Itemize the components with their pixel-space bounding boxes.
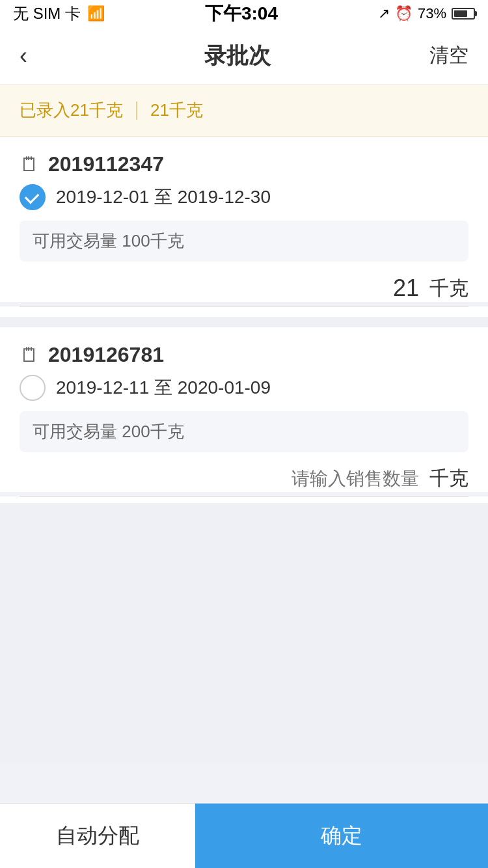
batch-2-radio[interactable] [20, 375, 46, 401]
battery-percent: 73% [418, 5, 446, 22]
batch-1-date-row[interactable]: 2019-12-01 至 2019-12-30 [20, 184, 468, 210]
summary-divider [136, 102, 137, 120]
location-icon: ↗ [378, 5, 390, 22]
confirm-label: 确定 [321, 822, 362, 850]
section-separator [0, 317, 488, 327]
batch-2-qty-input[interactable] [250, 468, 419, 489]
auto-distribute-label: 自动分配 [56, 822, 139, 850]
status-time: 下午3:04 [205, 1, 278, 26]
batch-2-input-row: 千克 [0, 452, 488, 492]
summary-recorded-label: 已录入21千克 [20, 99, 123, 122]
batch-item-1: 🗒 2019112347 2019-12-01 至 2019-12-30 可用交… [0, 137, 488, 262]
batch-2-date-row[interactable]: 2019-12-11 至 2020-01-09 [20, 375, 468, 401]
batch-2-unit: 千克 [429, 465, 468, 492]
page-title: 录批次 [204, 41, 271, 71]
status-left: 无 SIM 卡 📶 [13, 3, 105, 24]
nav-bar: ‹ 录批次 清空 [0, 27, 488, 85]
summary-value: 21千克 [150, 99, 203, 122]
batch-1-icon: 🗒 [20, 154, 39, 176]
batch-1-date: 2019-12-01 至 2019-12-30 [56, 185, 271, 210]
batch-1-availability: 可用交易量 100千克 [20, 221, 468, 262]
batch-2-availability: 可用交易量 200千克 [20, 411, 468, 452]
batch-1-id: 2019112347 [48, 152, 164, 176]
batch-1-spacer [0, 306, 488, 317]
alarm-icon: ⏰ [395, 5, 413, 22]
clear-button[interactable]: 清空 [416, 42, 468, 69]
batch-2-header: 🗒 2019126781 [20, 343, 468, 367]
batch-1-radio[interactable] [20, 184, 46, 210]
batch-1-qty-unit: 千克 [429, 275, 468, 302]
status-bar: 无 SIM 卡 📶 下午3:04 ↗ ⏰ 73% [0, 0, 488, 27]
batch-2-spacer [0, 496, 488, 503]
batch-1-qty-row: 千克 [0, 262, 488, 302]
sim-text: 无 SIM 卡 [13, 3, 81, 24]
back-button[interactable]: ‹ [20, 42, 59, 70]
batch-item-2: 🗒 2019126781 2019-12-11 至 2020-01-09 可用交… [0, 327, 488, 452]
batch-2-id: 2019126781 [48, 343, 164, 367]
batch-1-qty-input[interactable] [341, 275, 419, 302]
auto-distribute-button[interactable]: 自动分配 [0, 804, 195, 868]
batch-2-icon: 🗒 [20, 344, 39, 366]
batch-2-date: 2019-12-11 至 2020-01-09 [56, 375, 271, 400]
wifi-icon: 📶 [87, 5, 105, 22]
confirm-button[interactable]: 确定 [195, 804, 488, 868]
battery-indicator [452, 8, 475, 20]
bottom-bar: 自动分配 确定 [0, 803, 488, 868]
batch-1-header: 🗒 2019112347 [20, 152, 468, 176]
status-right: ↗ ⏰ 73% [378, 5, 475, 22]
empty-area [0, 503, 488, 763]
summary-banner: 已录入21千克 21千克 [0, 85, 488, 137]
